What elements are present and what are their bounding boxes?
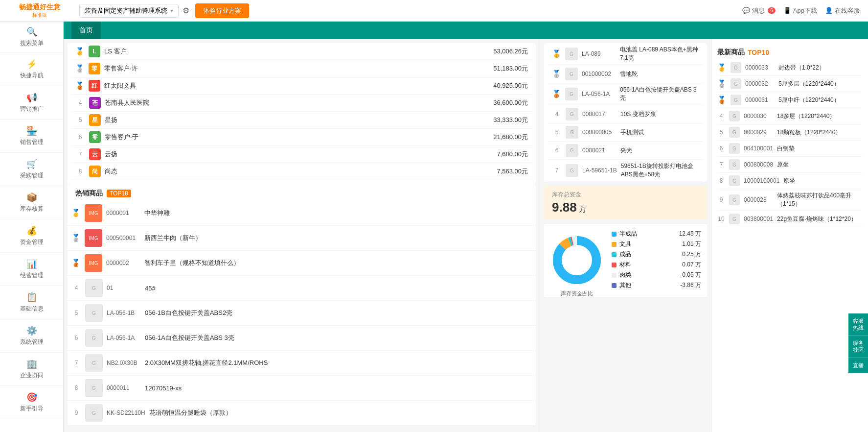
app-download-label: App下载 <box>793 6 817 15</box>
rank-number: 10 <box>717 216 725 222</box>
new-product-row[interactable]: 🥉 G 0000031 5厘中纤（1220*2440） <box>717 92 862 108</box>
new-product-name: 5厘中纤（1220*2440） <box>778 96 862 104</box>
customer-amount: 33,333.00元 <box>493 116 528 124</box>
product-img: G <box>566 144 578 157</box>
sidebar-item-basic-info[interactable]: 📋 基础信息 <box>0 286 63 319</box>
hot-product-row[interactable]: 5 G LA-056-1B 056-1B白色按键开关盖ABS2壳 <box>68 301 536 326</box>
product-name: 手机测试 <box>620 128 699 137</box>
sidebar-item-sales[interactable]: 🏪 销售管理 <box>0 120 63 153</box>
new-product-code: 0000031 <box>745 96 775 103</box>
new-product-img: G <box>729 143 740 154</box>
new-product-row[interactable]: 8 G 10000100001 原坐 <box>717 173 862 189</box>
float-btn-service[interactable]: 客服热线 <box>848 313 868 336</box>
hot-product-row[interactable]: 🥇 IMG 0000001 中华神雕 <box>68 201 536 226</box>
customer-badge: 红 <box>89 80 100 92</box>
product-img: G <box>565 88 578 100</box>
customer-rank-row[interactable]: 5 星 星扬 33,333.00元 <box>71 112 532 129</box>
gear-icon[interactable]: ⚙ <box>183 6 189 15</box>
legend-label: 其他 <box>612 281 680 289</box>
customer-rank-row[interactable]: 🥇 L LS 客户 53,006.26元 <box>71 43 532 60</box>
new-product-row[interactable]: 🥈 G 0000032 5厘多层（1220*2440） <box>717 76 862 92</box>
rank-number: 6 <box>71 335 81 341</box>
hot-product-name: 2.0X30MM双搓花轴,搓花直径2.1MM/ROHS <box>145 359 532 367</box>
float-btn-live[interactable]: 直播 <box>848 358 868 373</box>
customer-name: 红太阳文具 <box>104 81 489 90</box>
new-product-row[interactable]: 🥇 G 0000033 封边带（1.0*22） <box>717 60 862 76</box>
hot-product-row[interactable]: 9 G KK-SD22110H 花语萌恒温分腿睡袋（厚款） <box>68 401 536 426</box>
sidebar-item-marketing[interactable]: 📢 营销推广 <box>0 86 63 120</box>
rank-number: 6 <box>75 134 85 141</box>
hot-product-row[interactable]: 8 G 0000011 12070519-xs <box>68 376 536 401</box>
sidebar-item-quicknav[interactable]: ⚡ 快捷导航 <box>0 53 63 86</box>
product-rank-row[interactable]: 6 G 0000021 夹壳 <box>548 142 703 160</box>
product-rank-row[interactable]: 🥇 G LA-089 电池盖 LA-089 ABS本色+黑种 7.1克 <box>548 43 703 65</box>
sidebar-item-inventory[interactable]: 📦 库存核算 <box>0 186 63 219</box>
middle-column: 🥇 G LA-089 电池盖 LA-089 ABS本色+黑种 7.1克 🥈 G … <box>540 39 711 432</box>
customer-rank-row[interactable]: 🥈 零 零售客户·许 51,183.00元 <box>71 60 532 77</box>
online-service-item[interactable]: 👤 在线客服 <box>825 6 860 15</box>
trial-button[interactable]: 体验行业方案 <box>195 3 249 18</box>
hot-product-row[interactable]: 6 G LA-056-1A 056-1A白色按键开关盖ABS 3壳 <box>68 326 536 351</box>
new-product-row[interactable]: 4 G 0000030 18多层（1220*2440） <box>717 108 862 124</box>
new-product-row[interactable]: 6 G 004100001 白钢垫 <box>717 141 862 157</box>
customer-name: 星扬 <box>105 116 489 124</box>
sidebar-item-search[interactable]: 🔍 搜索菜单 <box>0 22 63 53</box>
new-product-row[interactable]: 10 G 003800001 22g鱼豆腐-烧烤味（1*12*20） <box>717 211 862 227</box>
medal-gold-icon: 🥇 <box>71 209 81 217</box>
chart-icon: 📊 <box>26 259 37 269</box>
new-product-name: 18多层（1220*2440） <box>777 112 862 120</box>
customer-rank-row[interactable]: 🥉 红 红太阳文具 40,925.00元 <box>71 77 532 95</box>
hot-product-name: 花语萌恒温分腿睡袋（厚款） <box>149 408 532 417</box>
hot-product-row[interactable]: 7 G NB2.0X30B 2.0X30MM双搓花轴,搓花直径2.1MM/ROH… <box>68 351 536 376</box>
new-product-row[interactable]: 7 G 000800008 原坐 <box>717 157 862 173</box>
sidebar-item-finance[interactable]: 💰 资金管理 <box>0 219 63 253</box>
hot-products-badge: TOP10 <box>107 190 131 197</box>
customer-rank-row[interactable]: 7 云 云扬 7,680.00元 <box>71 146 532 163</box>
product-rank-row[interactable]: 4 G 0000017 10S 变档罗浆 <box>548 105 703 123</box>
sidebar-label-operations: 经营管理 <box>20 271 44 280</box>
float-buttons: 客服热线 服务社区 直播 <box>848 313 868 373</box>
shop-icon: 🏪 <box>26 125 37 136</box>
new-product-row[interactable]: 9 G 0000028 体婊荔枝味苏打饮品400毫升（1*15） <box>717 189 862 211</box>
product-rank-row[interactable]: 7 G LA-59651-1B 59651-1B旋转投影灯电池盒ABS黑色+58… <box>548 160 703 182</box>
system-selector[interactable]: 装备及固定资产辅助管理系统 ▾ <box>79 4 179 18</box>
float-btn-community[interactable]: 服务社区 <box>848 336 868 358</box>
rank-number: 4 <box>552 111 562 118</box>
sidebar-item-purchase[interactable]: 🛒 采购管理 <box>0 153 63 186</box>
office-icon: 🏢 <box>26 359 37 369</box>
product-rank-row[interactable]: 5 G 000800005 手机测试 <box>548 123 703 142</box>
new-products-header: 最新商品 TOP10 <box>717 43 862 60</box>
hot-product-name: 45# <box>145 285 532 292</box>
sidebar-item-system[interactable]: ⚙️ 系统管理 <box>0 319 63 353</box>
legend-value: 1.01 万 <box>682 240 701 248</box>
tab-home[interactable]: 首页 <box>71 22 101 39</box>
customer-rank-table: 🥇 L LS 客户 53,006.26元 🥈 零 零售客户·许 51,183.0… <box>68 43 536 184</box>
hot-products-title: 热销商品 <box>75 189 103 198</box>
customer-name: LS 客户 <box>104 47 489 56</box>
customer-rank-row[interactable]: 8 尚 尚态 7,563.00元 <box>71 163 532 180</box>
product-rank-row[interactable]: 🥉 G LA-056-1A 056-1A白色按键开关盖ABS 3壳 <box>548 83 703 105</box>
hot-product-img: G <box>85 329 103 347</box>
product-code: 000800005 <box>582 129 617 136</box>
hot-product-row[interactable]: 4 G 01 45# <box>68 276 536 301</box>
hot-product-row[interactable]: 🥈 IMG 000500001 新西兰牛肉（新牛） <box>68 226 536 251</box>
sidebar-item-operations[interactable]: 📊 经营管理 <box>0 253 63 286</box>
new-products-title: 最新商品 <box>717 48 745 57</box>
hot-product-row[interactable]: 🥉 IMG 0000002 智利车子里（规格不知道填什么） <box>68 251 536 276</box>
legend-value: -0.05 万 <box>680 271 701 279</box>
customer-rank-row[interactable]: 4 苍 苍南县人民医院 36,600.00元 <box>71 95 532 112</box>
new-product-row[interactable]: 5 G 0000029 18颗粒板（1220*2440） <box>717 124 862 141</box>
list-icon: 📋 <box>26 292 37 303</box>
product-img: G <box>565 68 578 80</box>
product-code: LA-089 <box>582 50 616 57</box>
messages-item[interactable]: 💬 消息 6 <box>742 6 776 15</box>
sidebar-label-sales: 销售管理 <box>20 138 44 146</box>
new-product-code: 10000100001 <box>744 177 779 184</box>
product-rank-row[interactable]: 🥈 G 001000002 雪地靴 <box>548 65 703 83</box>
app-download-item[interactable]: 📱 App下载 <box>783 6 817 15</box>
customer-rank-row[interactable]: 6 零 零售客户·于 21,680.00元 <box>71 129 532 146</box>
target-icon: 🎯 <box>26 392 37 403</box>
sidebar-item-guide[interactable]: 🎯 新手引导 <box>0 386 63 419</box>
sidebar-item-collab[interactable]: 🏢 企业协同 <box>0 353 63 386</box>
product-img: G <box>565 48 578 60</box>
